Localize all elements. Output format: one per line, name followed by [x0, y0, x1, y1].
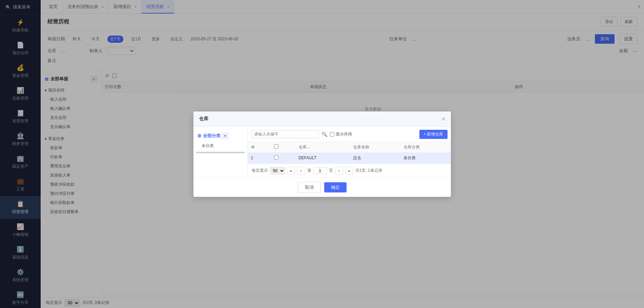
modal-page-size-label: 每页显示	[252, 168, 268, 173]
modal-select-all[interactable]	[274, 144, 278, 149]
modal-next-page-btn[interactable]: ›	[335, 167, 343, 175]
modal-header: 仓库 ×	[193, 111, 451, 127]
modal-table-container: ⚙ 仓库... 仓库名称 仓库分类 1 DEFAULT	[248, 142, 451, 164]
show-disabled-checkbox[interactable]	[330, 132, 334, 137]
modal-body: ⊞ 全部分类 « 未分类 🔍 显示停用 + 新增仓库	[193, 127, 451, 178]
col-warehouse-name: 仓库名称	[350, 142, 400, 153]
modal-collapse-btn[interactable]: «	[222, 132, 229, 139]
modal-title: 仓库	[199, 116, 208, 122]
modal-actions: 取消 确定	[193, 178, 451, 197]
warehouse-search-btn[interactable]: 🔍	[321, 131, 327, 137]
modal-last-page-btn[interactable]: »	[345, 167, 353, 175]
warehouse-search-input[interactable]	[251, 130, 319, 138]
row-num: 1	[248, 152, 271, 163]
modal-page-label: 第	[307, 168, 311, 173]
modal-first-page-btn[interactable]: «	[287, 167, 295, 175]
col-settings-icon: ⚙	[251, 145, 255, 149]
col-checkbox	[271, 142, 295, 153]
modal-uncategorized-item[interactable]: 未分类	[193, 141, 247, 150]
modal-page-size-select[interactable]: 50	[270, 167, 285, 174]
col-warehouse-code: 仓库...	[295, 142, 350, 153]
modal-toolbar: 🔍 显示停用 + 新增仓库	[248, 127, 451, 142]
modal-left-scrollbar[interactable]	[196, 152, 245, 153]
modal-overlay[interactable]: 仓库 × ⊞ 全部分类 « 未分类 🔍	[0, 0, 644, 308]
col-settings: ⚙	[248, 142, 271, 153]
modal-right-panel: 🔍 显示停用 + 新增仓库 ⚙ 仓库...	[248, 127, 451, 178]
add-warehouse-btn[interactable]: + 新增仓库	[419, 130, 447, 139]
all-category-label: 全部分类	[203, 133, 221, 139]
modal-close-btn[interactable]: ×	[442, 116, 445, 123]
warehouse-table: ⚙ 仓库... 仓库名称 仓库分类 1 DEFAULT	[248, 142, 451, 164]
row-code: DEFAULT	[295, 152, 350, 163]
row-checkbox[interactable]	[271, 152, 295, 163]
show-disabled-label: 显示停用	[330, 131, 352, 137]
row-name: 总仓	[350, 152, 400, 163]
modal-page-input[interactable]	[313, 167, 327, 174]
modal-total-info: 共1页, 1条记录	[355, 168, 382, 173]
modal-pagination: 每页显示 50 « ‹ 第 页 › » 共1页, 1条记录	[248, 164, 451, 178]
modal-cancel-btn[interactable]: 取消	[298, 182, 321, 193]
grid2-icon: ⊞	[198, 133, 201, 138]
modal-page-suffix: 页	[329, 168, 333, 173]
modal-prev-page-btn[interactable]: ‹	[297, 167, 305, 175]
modal-left-header[interactable]: ⊞ 全部分类 «	[193, 130, 247, 141]
table-row[interactable]: 1 DEFAULT 总仓 未分类	[248, 152, 451, 163]
warehouse-modal: 仓库 × ⊞ 全部分类 « 未分类 🔍	[193, 111, 451, 197]
row-category: 未分类	[400, 152, 451, 163]
modal-left-panel: ⊞ 全部分类 « 未分类	[193, 127, 248, 178]
modal-confirm-btn[interactable]: 确定	[324, 182, 347, 192]
col-warehouse-category: 仓库分类	[400, 142, 451, 153]
